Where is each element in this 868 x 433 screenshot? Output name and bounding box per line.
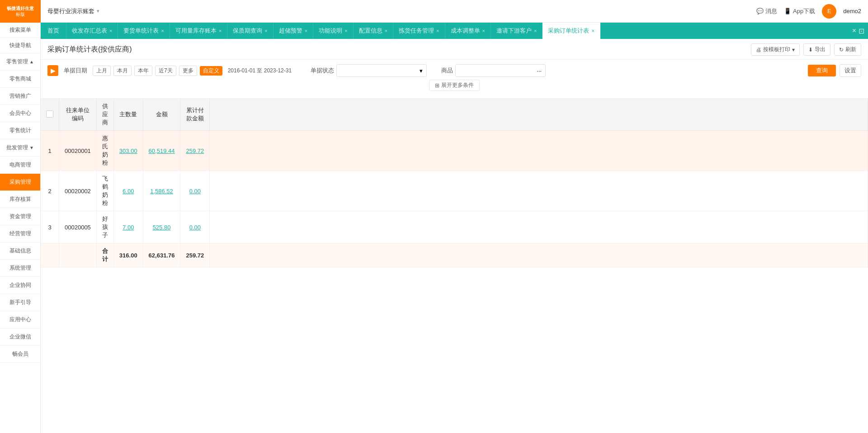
- tab-close-icon[interactable]: ×: [305, 28, 307, 33]
- sidebar-item-retail-mall[interactable]: 零售商城: [0, 71, 40, 88]
- tab-home[interactable]: 首页: [41, 23, 66, 39]
- tab-purchase-order-stats[interactable]: 采购订单统计表 ×: [542, 23, 600, 39]
- tab-close-icon[interactable]: ×: [436, 28, 439, 33]
- tab-receive-summary[interactable]: 收发存汇总表 ×: [66, 23, 118, 39]
- this-year-btn[interactable]: 本年: [134, 66, 152, 76]
- row-amount: 525.80: [143, 211, 180, 243]
- print-button[interactable]: 🖨 按模板打印 ▾: [751, 43, 800, 56]
- row-qty: 6.00: [113, 171, 143, 211]
- col-code: 往来单位编码: [59, 99, 97, 131]
- col-paid: 累计付款金额: [180, 99, 210, 131]
- sidebar-shortcut[interactable]: 快捷导航: [0, 38, 40, 53]
- status-filter: 单据状态 ▾: [311, 64, 427, 77]
- table-row: 2 00020002 飞鹤奶粉 6.00 1,586.52 0.00: [41, 171, 868, 211]
- tab-close-icon[interactable]: ×: [264, 28, 267, 33]
- row-paid: 259.72: [180, 131, 210, 171]
- status-select-chevron-icon: ▾: [420, 67, 423, 74]
- tab-overstock[interactable]: 超储预警 ×: [274, 23, 313, 39]
- tab-controls: × ⊡: [852, 27, 868, 35]
- filter-toggle-button[interactable]: ▶: [47, 65, 58, 76]
- row-amount: 1,586.52: [143, 171, 180, 211]
- topbar: 母婴行业演示账套 ▾ 💬 消息 📱 App下载 E demo2: [41, 0, 868, 23]
- app-logo[interactable]: 畅捷通好生意 标版: [0, 0, 41, 23]
- page-header: 采购订单统计表(按供应商) 🖨 按模板打印 ▾ ⬇ 导出 ↻ 刷新: [41, 39, 868, 60]
- sidebar-item-guide[interactable]: 新手引导: [0, 294, 40, 311]
- tab-close-icon[interactable]: ×: [219, 28, 222, 33]
- row-code: 00020005: [59, 211, 97, 243]
- tab-close-icon[interactable]: ×: [161, 28, 164, 33]
- tab-function-desc[interactable]: 功能说明 ×: [313, 23, 353, 39]
- sidebar-item-member[interactable]: 会员中心: [0, 105, 40, 122]
- this-month-btn[interactable]: 本月: [113, 66, 132, 76]
- sidebar-item-marketing[interactable]: 营销推广: [0, 88, 40, 105]
- tab-close-icon[interactable]: ×: [109, 28, 112, 33]
- sidebar-item-wechat[interactable]: 企业微信: [0, 328, 40, 346]
- page-content: 采购订单统计表(按供应商) 🖨 按模板打印 ▾ ⬇ 导出 ↻ 刷新: [41, 39, 868, 433]
- sidebar-item-inventory[interactable]: 库存核算: [0, 191, 40, 208]
- data-table-container: 往来单位编码 供应商 主数量 金额 累计付款金额 1 00020001 惠氏奶粉…: [41, 99, 868, 267]
- sidebar-item-app-center[interactable]: 应用中心: [0, 311, 40, 328]
- message-button[interactable]: 💬 消息: [756, 7, 777, 15]
- col-settings: [41, 99, 59, 131]
- col-qty: 主数量: [113, 99, 143, 131]
- table-row: 3 00020005 好孩子 7.00 525.80 0.00: [41, 211, 868, 243]
- date-quick-select: 上月 本月 本年 近7天 更多 自定义: [93, 66, 222, 76]
- tab-invite-customer[interactable]: 邀请下游客户 ×: [491, 23, 542, 39]
- sidebar-item-ecommerce[interactable]: 电商管理: [0, 157, 40, 174]
- footer-paid: 259.72: [180, 243, 210, 267]
- refresh-icon: ↻: [839, 47, 844, 53]
- goods-label: 商品: [441, 67, 453, 75]
- tab-config[interactable]: 配置信息 ×: [354, 23, 393, 39]
- tab-available-stock[interactable]: 可用量库存账本 ×: [170, 23, 227, 39]
- more-date-btn[interactable]: 更多: [179, 66, 197, 76]
- last-7-days-btn[interactable]: 近7天: [155, 66, 176, 76]
- workspace-chevron-icon: ▾: [97, 8, 99, 14]
- tab-expiry[interactable]: 保质期查询 ×: [227, 23, 273, 39]
- sidebar-item-operations[interactable]: 经营管理: [0, 225, 40, 243]
- tab-cost-adjust[interactable]: 成本调整单 ×: [445, 23, 491, 39]
- goods-filter: 商品 ···: [441, 64, 546, 77]
- sidebar-item-purchase[interactable]: 采购管理: [0, 174, 40, 191]
- sidebar-item-enterprise[interactable]: 企业协同: [0, 277, 40, 294]
- row-code: 00020002: [59, 171, 97, 211]
- settings-button[interactable]: 设置: [840, 64, 861, 77]
- tab-close-icon[interactable]: ×: [591, 28, 594, 33]
- row-amount: 60,519.44: [143, 131, 180, 171]
- app-download-button[interactable]: 📱 App下载: [784, 7, 815, 15]
- sidebar-item-retail-mgmt[interactable]: 零售管理 ▲: [0, 53, 40, 71]
- sidebar-item-vip[interactable]: 畅会员: [0, 346, 40, 363]
- sidebar-item-wholesale[interactable]: 批发管理 ▼: [0, 139, 40, 157]
- sidebar-item-retail-stats[interactable]: 零售统计: [0, 122, 40, 139]
- sidebar-item-finance[interactable]: 资金管理: [0, 208, 40, 225]
- export-button[interactable]: ⬇ 导出: [803, 43, 830, 56]
- nav-tabs-bar: 首页 收发存汇总表 × 要货单统计表 × 可用量库存账本 × 保质期查询 × 超…: [41, 23, 868, 39]
- footer-qty: 316.00: [113, 243, 143, 267]
- last-month-btn[interactable]: 上月: [93, 66, 111, 76]
- close-all-tabs-button[interactable]: ×: [852, 27, 856, 35]
- sidebar-search[interactable]: 搜索菜单: [0, 23, 40, 38]
- goods-input[interactable]: ···: [455, 64, 546, 77]
- topbar-right: 💬 消息 📱 App下载 E demo2: [756, 4, 861, 19]
- workspace-selector[interactable]: 母婴行业演示账套 ▾: [47, 7, 99, 15]
- query-button[interactable]: 查询: [808, 65, 836, 76]
- expand-tabs-button[interactable]: ⊡: [859, 27, 864, 35]
- tab-close-icon[interactable]: ×: [344, 28, 347, 33]
- col-amount: 金额: [143, 99, 180, 131]
- expand-more-button[interactable]: ⊞ 展开更多条件: [429, 80, 480, 91]
- tab-close-icon[interactable]: ×: [482, 28, 485, 33]
- tab-order-stats[interactable]: 要货单统计表 ×: [118, 23, 170, 39]
- tab-picking[interactable]: 拣货任务管理 ×: [393, 23, 445, 39]
- tab-close-icon[interactable]: ×: [385, 28, 387, 33]
- column-settings-icon[interactable]: [46, 110, 53, 118]
- refresh-button[interactable]: ↻ 刷新: [834, 43, 861, 56]
- username-label[interactable]: demo2: [843, 8, 861, 14]
- status-select[interactable]: ▾: [336, 64, 427, 77]
- page-title: 采购订单统计表(按供应商): [47, 45, 132, 54]
- user-avatar[interactable]: E: [822, 4, 836, 19]
- tab-close-icon[interactable]: ×: [534, 28, 537, 33]
- chevron-up-icon: ▲: [29, 59, 34, 64]
- sidebar-item-system[interactable]: 系统管理: [0, 260, 40, 277]
- print-icon: 🖨: [756, 47, 761, 53]
- sidebar-item-basic-info[interactable]: 基础信息: [0, 243, 40, 260]
- table-row: 1 00020001 惠氏奶粉 303.00 60,519.44 259.72: [41, 131, 868, 171]
